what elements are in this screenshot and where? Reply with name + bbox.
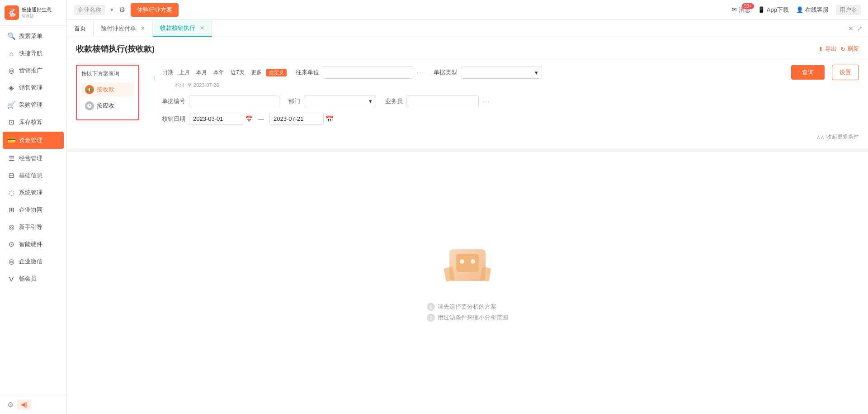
sidebar-item-quick-nav[interactable]: ⌂ 快捷导航 (0, 45, 66, 62)
employee-label: 业务员 (385, 97, 403, 105)
filter-row-3: 核销日期 📅 — 📅 (162, 113, 859, 125)
verify-date-start-input[interactable] (189, 113, 243, 125)
logo-text-block: 畅捷通好生意 标准版 (22, 6, 52, 19)
app-logo-icon: 🐇 (5, 5, 19, 20)
purchase-icon: 🛒 (7, 101, 15, 109)
date-last-month-btn[interactable]: 上月 (177, 68, 192, 77)
refresh-button[interactable]: ↻ 刷新 (840, 45, 859, 53)
sidebar-label-system: 系统管理 (19, 189, 42, 197)
tab-prepay-close-icon[interactable]: ✕ (141, 25, 145, 32)
sidebar-item-wechat[interactable]: ◎ 企业微信 (0, 253, 66, 270)
tab-close-all-icon[interactable]: ✕ (848, 25, 854, 32)
member-icon: V (7, 275, 15, 283)
date-7days-btn[interactable]: 近7天 (229, 68, 246, 77)
topbar-right: ✉ 消息 99+ 📱 App下载 👤 在线客服 用户名 (732, 5, 861, 15)
verify-date-end-calendar-icon[interactable]: 📅 (326, 115, 333, 123)
marketing-icon: ◎ (7, 67, 15, 75)
settings-button[interactable]: 设置 (832, 65, 859, 80)
sidebar-item-finance[interactable]: 💳 资金管理 (3, 132, 64, 149)
tab-expand-icon[interactable]: ⤢ (857, 25, 863, 32)
empty-hint-1: 1 请先选择要分析的方案 (427, 303, 508, 311)
sidebar-item-sales[interactable]: ◈ 销售管理 (0, 79, 66, 96)
collapse-more-label: 收起更多条件 (826, 133, 859, 141)
verify-date-start-group: 📅 (189, 113, 253, 125)
empty-visual (440, 245, 495, 297)
app-download-button[interactable]: 📱 App下载 (758, 6, 789, 14)
sidebar-item-marketing[interactable]: ◎ 营销推广 (0, 62, 66, 79)
collapse-arrow-icon[interactable]: 《 (148, 65, 157, 92)
topbar-brand-text: 企业名称 (74, 5, 105, 15)
doc-type-field-group: 单据类型 ▾ (434, 67, 542, 79)
query-option-by-receipt[interactable]: 💵 按收款 (81, 82, 134, 97)
doc-type-chevron-icon: ▾ (535, 69, 538, 76)
message-button[interactable]: ✉ 消息 99+ (732, 6, 750, 14)
export-button[interactable]: ⬆ 导出 (818, 45, 837, 53)
content-area: 收款核销执行(按收款) ⬆ 导出 ↻ 刷新 按以下方案查询 💵 (67, 37, 868, 414)
date-this-year-btn[interactable]: 本年 (212, 68, 226, 77)
sidebar-label-sales: 销售管理 (19, 84, 42, 92)
hardware-icon: ⊙ (7, 240, 15, 248)
topbar: 企业名称 ▾ ⚙ 体验行业方案 ✉ 消息 99+ 📱 App下载 👤 在线客服 … (67, 0, 868, 20)
quick-nav-icon: ⌂ (7, 50, 15, 57)
refresh-icon: ↻ (840, 46, 845, 52)
partner-dots[interactable]: ··· (417, 69, 425, 76)
empty-hints: 1 请先选择要分析的方案 2 用过滤条件来缩小分析范围 (427, 303, 508, 322)
employee-dots[interactable]: ··· (482, 98, 491, 105)
topbar-gear-icon[interactable]: ⚙ (119, 5, 125, 14)
sidebar-item-enterprise[interactable]: ⊞ 企业协同 (0, 201, 66, 219)
partner-input[interactable] (323, 67, 413, 79)
doc-type-select[interactable]: ▾ (461, 67, 542, 79)
date-label: 日期 (162, 68, 174, 76)
service-label: 在线客服 (805, 6, 829, 14)
doc-type-label: 单据类型 (434, 68, 457, 76)
solution-button[interactable]: 体验行业方案 (131, 3, 179, 17)
date-more-btn[interactable]: 更多 (249, 68, 264, 77)
hint-num-2: 2 (427, 314, 435, 322)
query-selector-title: 按以下方案查询 (81, 70, 134, 78)
doc-num-label: 单据编号 (162, 97, 185, 105)
sidebar-item-inventory[interactable]: ⊡ 库存核算 (0, 114, 66, 131)
basic-icon: ⊟ (7, 171, 15, 180)
sidebar-item-member[interactable]: V 畅会员 (0, 270, 66, 287)
sidebar-item-search-menu[interactable]: 🔍 搜索菜单 (0, 28, 66, 45)
sidebar-item-operation[interactable]: ☰ 经营管理 (0, 150, 66, 167)
hint-text-2: 用过滤条件来缩小分析范围 (438, 314, 508, 322)
by-receivable-label: 按应收 (97, 102, 114, 110)
tab-verify[interactable]: 收款核销执行 ✕ (153, 20, 212, 37)
by-receipt-label: 按收款 (97, 86, 114, 94)
sidebar-item-purchase[interactable]: 🛒 采购管理 (0, 96, 66, 114)
tab-verify-close-icon[interactable]: ✕ (200, 25, 204, 31)
tab-prepay[interactable]: 预付冲应付单 ✕ (94, 20, 153, 37)
dept-select[interactable]: ▾ (304, 95, 376, 107)
query-option-by-receivable[interactable]: 🕐 按应收 (81, 99, 134, 113)
sidebar-label-operation: 经营管理 (19, 154, 42, 162)
employee-input[interactable] (406, 95, 479, 107)
topbar-chevron-icon[interactable]: ▾ (110, 6, 113, 13)
refresh-label: 刷新 (847, 45, 859, 53)
sidebar-item-guide[interactable]: ◎ 新手引导 (0, 219, 66, 236)
date-this-month-btn[interactable]: 本月 (194, 68, 209, 77)
by-receivable-icon: 🕐 (85, 101, 94, 110)
user-info[interactable]: 用户名 (836, 5, 861, 15)
sidebar-item-hardware[interactable]: ⊙ 智能硬件 (0, 236, 66, 253)
tab-home[interactable]: 首页 (67, 20, 94, 37)
online-service-button[interactable]: 👤 在线客服 (796, 6, 829, 14)
system-icon: ◌ (7, 189, 15, 197)
sidebar-item-basic[interactable]: ⊟ 基础信息 (0, 167, 66, 184)
collapse-sidebar-button[interactable]: ◀‖ (17, 400, 31, 409)
settings-icon[interactable]: ⚙ (7, 400, 14, 409)
collapse-more-button[interactable]: ∧∧ 收起更多条件 (816, 130, 859, 143)
brand-name: 畅捷通好生意 (22, 6, 52, 13)
verify-date-end-input[interactable] (269, 113, 324, 125)
edition-badge: 标准版 (22, 13, 52, 19)
verify-date-start-calendar-icon[interactable]: 📅 (245, 115, 253, 123)
filter-row-1: 日期 上月 本月 本年 近7天 更多 自定义 往来单位 (162, 65, 859, 80)
empty-state: 1 请先选择要分析的方案 2 用过滤条件来缩小分析范围 (67, 152, 868, 414)
dept-label: 部门 (288, 97, 300, 105)
doc-num-input[interactable] (189, 95, 279, 107)
message-badge: 99+ (742, 3, 754, 9)
enterprise-icon: ⊞ (7, 206, 15, 214)
sidebar-item-system[interactable]: ◌ 系统管理 (0, 184, 66, 201)
sidebar-label-basic: 基础信息 (19, 171, 42, 180)
query-button[interactable]: 查询 (791, 65, 825, 80)
